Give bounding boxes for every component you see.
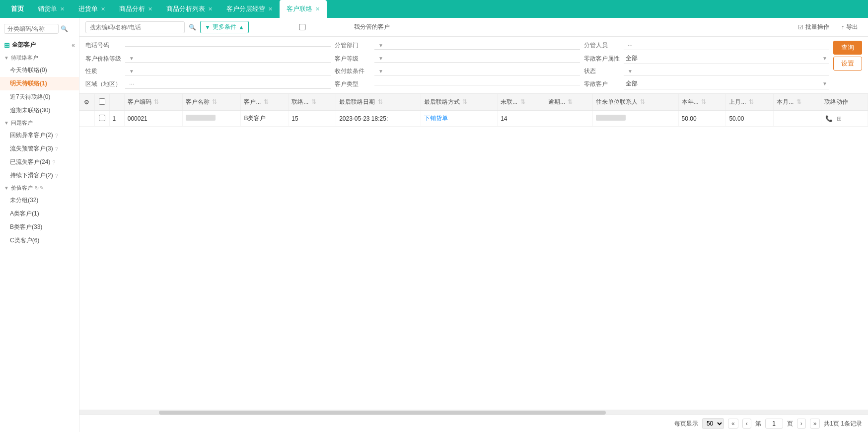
help-icon[interactable]: ?	[55, 133, 58, 139]
batch-operation-button[interactable]: ☑ 批量操作	[794, 21, 833, 33]
col-last-month[interactable]: 上月... ⇅	[726, 94, 774, 111]
my-customers-checkbox[interactable]	[253, 24, 352, 30]
close-goods-analysis-list-tab[interactable]: ✕	[208, 6, 213, 12]
sidebar-item-class-a[interactable]: A类客户(1)	[0, 207, 79, 220]
sidebar-item-week-contact[interactable]: 近7天待联络(0)	[0, 90, 79, 104]
nav-item-customer-tier[interactable]: 客户分层经营 ✕	[219, 0, 280, 18]
dots-icon2: ···	[129, 80, 134, 87]
phone-input[interactable]	[125, 44, 331, 47]
col-type[interactable]: 客户... ⇅	[241, 94, 289, 111]
sidebar-item-today-contact[interactable]: 今天待联络(0)	[0, 64, 79, 77]
last-page-button[interactable]: »	[810, 419, 820, 429]
payment-select[interactable]: ▼	[374, 68, 580, 75]
all-customers-header[interactable]: ⊞ 全部客户 «	[0, 38, 79, 52]
dept-select[interactable]: ▼	[374, 42, 580, 50]
sort-icon-this-month: ⇅	[796, 98, 801, 105]
nav-item-sales[interactable]: 销货单 ✕	[31, 0, 72, 18]
customer-level-select[interactable]: ▼	[374, 55, 580, 63]
row-index: 1	[109, 111, 124, 127]
close-customer-tier-tab[interactable]: ✕	[268, 6, 273, 12]
phone-action-icon[interactable]: 📞	[825, 115, 833, 122]
sidebar-search-icon[interactable]: 🔍	[61, 25, 68, 32]
horizontal-scrollbar[interactable]	[79, 410, 868, 415]
row-select-checkbox[interactable]	[99, 115, 105, 121]
sidebar-item-repurchase-abnormal[interactable]: 回购异常客户(2) ?	[0, 129, 79, 142]
close-goods-analysis-tab[interactable]: ✕	[148, 6, 152, 12]
col-unit-contact[interactable]: 往来单位联系人 ⇅	[592, 94, 678, 111]
nav-item-goods-analysis[interactable]: 商品分析 ✕	[112, 0, 159, 18]
col-overdue[interactable]: 逾期... ⇅	[545, 94, 593, 111]
edit-icon[interactable]: ✎	[40, 185, 44, 191]
help-icon3[interactable]: ?	[52, 159, 55, 165]
sidebar-item-overdue-contact[interactable]: 逾期未联络(30)	[0, 104, 79, 117]
col-this-year[interactable]: 本年... ⇅	[678, 94, 726, 111]
chevron-down-icon: ▼	[378, 43, 383, 48]
sidebar-item-class-b[interactable]: B类客户(33)	[0, 220, 79, 234]
page-number-input[interactable]	[765, 419, 783, 429]
group-pending-contact[interactable]: ▼ 待联络客户	[0, 52, 79, 64]
nav-item-goods-analysis-list[interactable]: 商品分析列表 ✕	[159, 0, 219, 18]
group-value-customers[interactable]: ▼ 价值客户 ↻ ✎	[0, 182, 79, 194]
status-field: 状态 ▼	[584, 67, 829, 75]
grid-action-icon[interactable]: ⊞	[837, 115, 842, 122]
filter-icon: ▼	[205, 24, 211, 31]
region-input[interactable]: ···	[125, 79, 331, 89]
row-last-method[interactable]: 下销货单	[421, 111, 497, 127]
close-customer-contact-tab[interactable]: ✕	[315, 6, 320, 12]
col-last-method[interactable]: 最后联络方式 ⇅	[421, 94, 497, 111]
col-action: 联络动作	[821, 94, 868, 111]
prev-page-button[interactable]: ‹	[742, 419, 751, 429]
next-page-button[interactable]: ›	[797, 419, 806, 429]
col-gear[interactable]: ⚙	[79, 94, 94, 111]
collapse-icon[interactable]: «	[72, 42, 75, 49]
col-last-date[interactable]: 最后联络日期 ⇅	[336, 94, 421, 111]
refresh-icon[interactable]: ↻	[35, 185, 39, 191]
query-button[interactable]: 查询	[833, 41, 862, 55]
help-icon4[interactable]: ?	[55, 173, 58, 179]
select-all-checkbox[interactable]	[99, 98, 105, 105]
sidebar-item-declining[interactable]: 持续下滑客户(2) ?	[0, 169, 79, 182]
last-method-link[interactable]: 下销货单	[424, 115, 448, 122]
sidebar-item-class-c[interactable]: C类客户(6)	[0, 234, 79, 247]
col-this-month[interactable]: 本月... ⇅	[774, 94, 821, 111]
sidebar-search-input[interactable]	[4, 24, 59, 34]
help-icon2[interactable]: ?	[55, 146, 58, 152]
price-level-select[interactable]: ▼	[125, 55, 331, 63]
search-button[interactable]: 🔍	[189, 24, 196, 31]
per-page-select[interactable]: 50	[702, 418, 724, 429]
sidebar-item-churned[interactable]: 已流失客户(24) ?	[0, 155, 79, 169]
group-problem-customers[interactable]: ▼ 问题客户	[0, 117, 79, 129]
sidebar-item-churn-warning[interactable]: 流失预警客户(3) ?	[0, 142, 79, 155]
col-contact[interactable]: 联络... ⇅	[289, 94, 336, 111]
row-checkbox	[94, 111, 109, 127]
price-level-field: 客户价格等级 ▼	[85, 55, 331, 63]
row-last-date: 2023-05-23 18:25:	[336, 111, 421, 127]
search-input[interactable]	[85, 21, 185, 33]
col-uncontacted[interactable]: 未联... ⇅	[498, 94, 545, 111]
sort-icon-overdue: ⇅	[568, 98, 573, 105]
close-sales-tab[interactable]: ✕	[60, 6, 65, 12]
row-code[interactable]: 000021	[124, 111, 182, 127]
customer-type-select[interactable]	[374, 83, 580, 85]
retail-customer-select[interactable]: 全部 ▼	[624, 78, 829, 89]
nav-item-home[interactable]: 首页	[4, 0, 31, 18]
first-page-button[interactable]: «	[728, 419, 738, 429]
dots-icon: ···	[628, 42, 633, 49]
export-button[interactable]: ↑ 导出	[837, 21, 862, 33]
manager-input[interactable]: ···	[624, 41, 829, 50]
retail-attr-select[interactable]: 全部 ▼	[624, 53, 829, 64]
col-code[interactable]: 客户编码 ⇅	[124, 94, 182, 111]
setting-button[interactable]: 设置	[833, 57, 862, 71]
customer-level-field: 客户等级 ▼	[335, 55, 580, 63]
close-purchase-tab[interactable]: ✕	[101, 6, 105, 12]
scrollbar-thumb[interactable]	[159, 411, 606, 415]
nature-select[interactable]: ▼	[125, 68, 331, 75]
more-conditions-button[interactable]: ▼ 更多条件 ▲	[200, 21, 249, 33]
col-name[interactable]: 客户名称 ⇅	[183, 94, 241, 111]
status-select[interactable]: ▼	[624, 68, 829, 75]
sidebar-item-ungrouped[interactable]: 未分组(32)	[0, 194, 79, 207]
filter-row-3: 性质 ▼ 收付款条件 ▼ 状态	[85, 67, 829, 75]
sidebar-item-tomorrow-contact[interactable]: 明天待联络(1)	[0, 77, 79, 90]
nav-item-purchase[interactable]: 进货单 ✕	[72, 0, 112, 18]
nav-item-customer-contact[interactable]: 客户联络 ✕	[280, 0, 327, 18]
